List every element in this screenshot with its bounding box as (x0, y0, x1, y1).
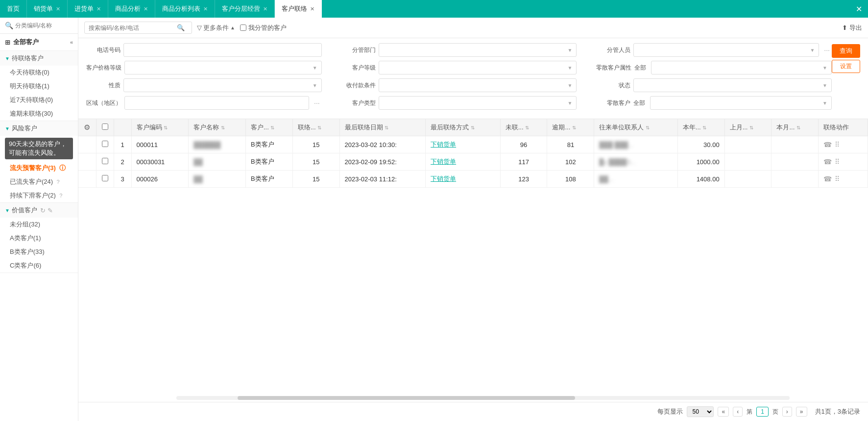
my-customers-check[interactable] (240, 25, 246, 31)
sidebar-item-7days[interactable]: 近7天待联络(0) (0, 93, 78, 107)
td-action-0: ☎ ⠿ (819, 136, 868, 153)
col-this-month[interactable]: 本月... ⇅ (772, 119, 819, 136)
tab-customer-contact[interactable]: 客户联络 ✕ (275, 0, 322, 18)
sidebar-group-pending-header[interactable]: ▼ 待联络客户 (0, 51, 78, 66)
col-last-contact-method[interactable]: 最后联络方式 ⇅ (426, 119, 501, 136)
td-checkbox-0[interactable] (96, 136, 114, 153)
col-contact[interactable]: 联络... ⇅ (292, 119, 339, 136)
tab-sales-close[interactable]: ✕ (56, 6, 60, 12)
filter-payment-select[interactable]: ▼ (379, 78, 577, 92)
select-all-checkbox[interactable] (102, 124, 108, 130)
tab-purchase-close[interactable]: ✕ (96, 6, 101, 12)
col-code-label: 客户编码 (137, 124, 162, 131)
sidebar-item-churned[interactable]: 已流失客户(24) ? (0, 175, 78, 189)
sidebar-group-value-header[interactable]: ▼ 价值客户 ↻ ✎ (0, 203, 78, 218)
tab-product-analysis-list-close[interactable]: ✕ (203, 6, 208, 12)
action-more-icon-1[interactable]: ⠿ (835, 158, 840, 166)
td-method-1[interactable]: 下销货单 (426, 153, 501, 171)
action-icons-2: ☎ ⠿ (823, 175, 863, 183)
page-size-select[interactable]: 50 20 100 (687, 406, 714, 417)
prev-page-btn[interactable]: ‹ (733, 407, 743, 417)
filter-region-input[interactable] (124, 96, 309, 110)
td-checkbox-1[interactable] (96, 153, 114, 171)
td-checkbox-2[interactable] (96, 171, 114, 188)
filter-customer-type-select[interactable]: ▼ (379, 96, 577, 110)
action-phone-icon-0[interactable]: ☎ (823, 141, 832, 149)
filter-retail-customer-select[interactable]: ▼ (650, 96, 832, 110)
filter-customer-level-select[interactable]: ▼ (379, 61, 577, 74)
next-page-btn[interactable]: › (782, 407, 792, 417)
scrollbar-track[interactable] (176, 396, 790, 400)
method-link-1[interactable]: 下销货单 (431, 158, 456, 165)
col-unit-contact[interactable]: 往来单位联系人 ⇅ (594, 119, 678, 136)
refresh-icon[interactable]: ↻ (40, 207, 46, 214)
action-more-icon-0[interactable]: ⠿ (835, 141, 840, 149)
td-last-month-2 (724, 171, 772, 188)
settings-icon[interactable]: ⚙ (84, 123, 90, 131)
action-phone-icon-1[interactable]: ☎ (823, 158, 832, 166)
search-input[interactable] (89, 25, 177, 31)
col-overdue[interactable]: 逾期... ⇅ (547, 119, 594, 136)
col-checkbox[interactable] (96, 119, 114, 136)
row-checkbox-0[interactable] (102, 141, 108, 147)
col-name[interactable]: 客户名称 ⇅ (189, 119, 246, 136)
sidebar-item-churn-warning[interactable]: 流失预警客户(3) ⓘ (0, 161, 78, 175)
action-more-icon-2[interactable]: ⠿ (835, 175, 840, 183)
sidebar-search-input[interactable] (15, 22, 78, 29)
filter-person-select[interactable]: ▼ (633, 43, 819, 57)
horizontal-scrollbar[interactable] (78, 394, 868, 402)
sidebar-item-declining[interactable]: 持续下滑客户(2) ? (0, 189, 78, 202)
sidebar-item-class-a[interactable]: A类客户(1) (0, 231, 78, 245)
sidebar-item-class-c[interactable]: C类客户(6) (0, 259, 78, 272)
method-link-0[interactable]: 下销货单 (431, 141, 456, 148)
row-checkbox-2[interactable] (102, 175, 108, 181)
last-page-btn[interactable]: » (796, 407, 807, 417)
sidebar-item-ungrouped[interactable]: 未分组(32) (0, 218, 78, 231)
tab-customer-segment-close[interactable]: ✕ (263, 6, 267, 12)
more-conditions-btn[interactable]: ▽ 更多条件 ▲ (197, 24, 235, 32)
filter-status-select[interactable]: ▼ (633, 78, 832, 92)
filter-dept-select[interactable]: ▼ (379, 43, 577, 57)
filter-retail-attr-select[interactable]: ▼ (651, 61, 832, 74)
tab-customer-contact-close[interactable]: ✕ (310, 6, 314, 12)
window-close-icon[interactable]: ✕ (856, 4, 862, 14)
col-settings[interactable]: ⚙ (78, 119, 96, 136)
col-code[interactable]: 客户编码 ⇅ (131, 119, 189, 136)
action-phone-icon-2[interactable]: ☎ (823, 175, 832, 183)
tab-product-analysis-label: 商品分析 (115, 4, 141, 13)
col-last-month[interactable]: 上月... ⇅ (724, 119, 772, 136)
col-this-year[interactable]: 本年... ⇅ (677, 119, 724, 136)
td-method-0[interactable]: 下销货单 (426, 136, 501, 153)
my-customers-checkbox[interactable]: 我分管的客户 (240, 24, 287, 32)
export-btn[interactable]: ⬆ 导出 (842, 24, 862, 32)
tab-product-analysis-list[interactable]: 商品分析列表 ✕ (155, 0, 215, 18)
sidebar-group-risk-header[interactable]: ▼ 风险客户 (0, 121, 78, 136)
row-checkbox-1[interactable] (102, 158, 108, 164)
tab-product-analysis-close[interactable]: ✕ (144, 6, 148, 12)
sidebar-item-overdue[interactable]: 逾期未联络(30) (0, 107, 78, 121)
first-page-btn[interactable]: « (718, 407, 729, 417)
sidebar-all-customers[interactable]: ⊞ 全部客户 « (0, 34, 78, 51)
filter-person-dots[interactable]: ··· (822, 46, 832, 54)
col-last-contact-date[interactable]: 最后联络日期 ⇅ (339, 119, 426, 136)
td-method-2[interactable]: 下销货单 (426, 171, 501, 188)
tab-product-analysis[interactable]: 商品分析 ✕ (108, 0, 155, 18)
col-type[interactable]: 客户... ⇅ (245, 119, 292, 136)
query-button[interactable]: 查询 (832, 44, 860, 58)
tab-customer-segment[interactable]: 客户分层经营 ✕ (215, 0, 275, 18)
settings-button[interactable]: 设置 (832, 60, 860, 73)
scrollbar-thumb[interactable] (238, 396, 575, 400)
col-uncontact[interactable]: 未联... ⇅ (500, 119, 547, 136)
filter-price-level-select[interactable]: ▼ (124, 61, 322, 74)
tab-sales[interactable]: 销货单 ✕ (27, 0, 68, 18)
method-link-2[interactable]: 下销货单 (431, 175, 456, 182)
edit-icon[interactable]: ✎ (48, 207, 53, 214)
filter-region-dots[interactable]: ··· (312, 99, 322, 107)
filter-nature-select[interactable]: ▼ (123, 78, 322, 92)
tab-home[interactable]: 首页 (0, 0, 27, 18)
sidebar-item-today[interactable]: 今天待联络(0) (0, 66, 78, 79)
tab-purchase[interactable]: 进货单 ✕ (68, 0, 108, 18)
filter-phone-input[interactable] (123, 43, 322, 57)
sidebar-item-class-b[interactable]: B类客户(33) (0, 245, 78, 259)
sidebar-item-tomorrow[interactable]: 明天待联络(1) (0, 79, 78, 93)
